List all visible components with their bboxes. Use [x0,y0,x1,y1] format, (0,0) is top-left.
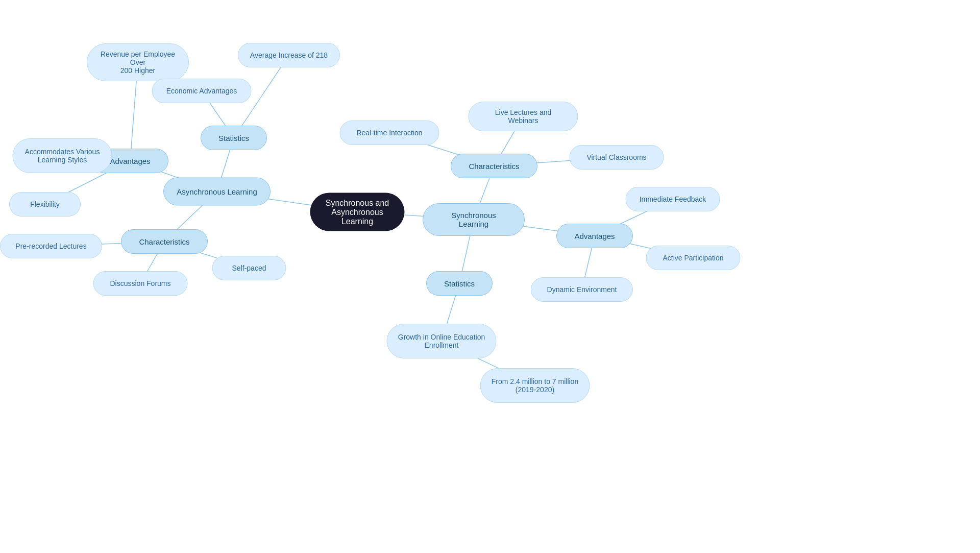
node-async-stats: Statistics [201,126,267,150]
node-avg-increase: Average Increase of 218 [238,43,340,67]
node-discussion: Discussion Forums [93,271,188,296]
node-async: Asynchronous Learning [163,178,271,206]
node-growth-online: Growth in Online Education Enrollment [387,324,497,358]
node-sync-stats: Statistics [426,271,493,296]
node-sync-advantages: Advantages [556,224,633,248]
node-virtual-class: Virtual Classrooms [570,145,664,170]
node-prerecorded: Pre-recorded Lectures [0,234,102,258]
node-sync: Synchronous Learning [423,203,525,236]
node-self-paced: Self-paced [212,256,286,280]
node-dynamic-env: Dynamic Environment [531,277,633,302]
node-from-24: From 2.4 million to 7 million (2019-2020… [480,368,590,403]
node-sync-chars: Characteristics [451,154,537,178]
node-accommodates: Accommodates Various Learning Styles [13,138,112,173]
node-active-part: Active Participation [646,246,741,270]
node-immediate-fb: Immediate Feedback [626,187,720,211]
mind-map: Synchronous and Asynchronous LearningAsy… [0,0,980,553]
node-econ-advantages: Economic Advantages [152,79,252,103]
node-real-time: Real-time Interaction [340,121,439,145]
node-async-chars: Characteristics [121,229,208,254]
center-node: Synchronous and Asynchronous Learning [310,193,405,231]
node-live-lectures: Live Lectures and Webinars [469,102,578,131]
node-rev-employee: Revenue per Employee Over 200 Higher [87,43,189,81]
node-flexibility: Flexibility [9,192,81,217]
